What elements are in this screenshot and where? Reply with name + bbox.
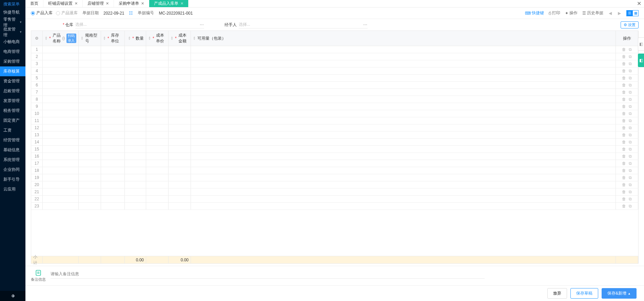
cell-spec[interactable] bbox=[79, 96, 101, 103]
save-draft-button[interactable]: 保存草稿 bbox=[570, 288, 598, 299]
cell-unit[interactable] bbox=[101, 139, 125, 145]
cell-qty[interactable] bbox=[125, 117, 146, 124]
cell-available[interactable] bbox=[191, 160, 616, 167]
copy-icon[interactable]: ⧉ bbox=[629, 97, 632, 102]
sidebar-item[interactable]: 小畅电商 bbox=[0, 37, 25, 47]
date-value[interactable]: 2022-09-21 bbox=[103, 11, 124, 16]
cell-available[interactable] bbox=[191, 82, 616, 88]
cell-qty[interactable] bbox=[125, 139, 146, 145]
sidebar-item[interactable]: 系统管理 bbox=[0, 155, 25, 165]
ellipsis-icon[interactable]: ⋯ bbox=[200, 22, 204, 27]
cell-spec[interactable] bbox=[79, 146, 101, 153]
delete-icon[interactable]: 🗑 bbox=[622, 111, 626, 116]
cell-available[interactable] bbox=[191, 103, 616, 110]
cell-available[interactable] bbox=[191, 196, 616, 202]
cell-amount[interactable] bbox=[169, 167, 191, 174]
cell-spec[interactable] bbox=[79, 139, 101, 145]
remark-input[interactable] bbox=[51, 269, 485, 279]
cell-name[interactable] bbox=[43, 139, 79, 145]
cell-price[interactable] bbox=[146, 196, 169, 202]
cell-amount[interactable] bbox=[169, 89, 191, 96]
cell-qty[interactable] bbox=[125, 60, 146, 67]
cell-available[interactable] bbox=[191, 167, 616, 174]
cell-qty[interactable] bbox=[125, 181, 146, 188]
cell-qty[interactable] bbox=[125, 153, 146, 160]
delete-icon[interactable]: 🗑 bbox=[622, 54, 626, 59]
delete-icon[interactable]: 🗑 bbox=[622, 154, 626, 159]
cell-unit[interactable] bbox=[101, 196, 125, 202]
cell-spec[interactable] bbox=[79, 67, 101, 74]
close-icon[interactable]: ✕ bbox=[75, 1, 78, 6]
delete-icon[interactable]: 🗑 bbox=[622, 133, 626, 137]
col-product-name[interactable]: ▲▼*产品名称?扫码录入 bbox=[43, 31, 79, 46]
cell-unit[interactable] bbox=[101, 181, 125, 188]
cell-available[interactable] bbox=[191, 89, 616, 96]
table-row[interactable]: 16🗑⧉ bbox=[31, 153, 638, 160]
cell-qty[interactable] bbox=[125, 188, 146, 195]
cell-price[interactable] bbox=[146, 82, 169, 88]
grid-settings-button[interactable]: ⚙设置 bbox=[621, 21, 639, 28]
cell-name[interactable] bbox=[43, 174, 79, 181]
cell-unit[interactable] bbox=[101, 110, 125, 117]
cell-price[interactable] bbox=[146, 203, 169, 209]
cell-amount[interactable] bbox=[169, 103, 191, 110]
cell-amount[interactable] bbox=[169, 174, 191, 181]
sidebar-item[interactable]: 基础信息 bbox=[0, 145, 25, 155]
cell-amount[interactable] bbox=[169, 67, 191, 74]
cell-unit[interactable] bbox=[101, 96, 125, 103]
cell-name[interactable] bbox=[43, 196, 79, 202]
close-icon[interactable]: ✕ bbox=[180, 1, 183, 6]
tab[interactable]: 首页 bbox=[25, 0, 43, 7]
delete-icon[interactable]: 🗑 bbox=[622, 97, 626, 102]
cell-name[interactable] bbox=[43, 103, 79, 110]
cell-qty[interactable] bbox=[125, 46, 146, 53]
table-row[interactable]: 1🗑⧉ bbox=[31, 46, 638, 53]
table-row[interactable]: 22🗑⧉ bbox=[31, 196, 638, 203]
cell-name[interactable] bbox=[43, 167, 79, 174]
table-row[interactable]: 15🗑⧉ bbox=[31, 146, 638, 153]
tab[interactable]: 店铺管理✕ bbox=[83, 0, 114, 7]
copy-icon[interactable]: ⧉ bbox=[629, 61, 632, 66]
col-spec[interactable]: ▲▼规格型号 bbox=[79, 31, 101, 46]
copy-icon[interactable]: ⧉ bbox=[629, 140, 632, 144]
copy-icon[interactable]: ⧉ bbox=[629, 47, 632, 52]
cell-amount[interactable] bbox=[169, 203, 191, 209]
cell-name[interactable] bbox=[43, 188, 79, 195]
cell-name[interactable] bbox=[43, 124, 79, 131]
cell-spec[interactable] bbox=[79, 117, 101, 124]
table-row[interactable]: 18🗑⧉ bbox=[31, 167, 638, 174]
cell-available[interactable] bbox=[191, 188, 616, 195]
cell-qty[interactable] bbox=[125, 67, 146, 74]
cell-unit[interactable] bbox=[101, 132, 125, 138]
cell-unit[interactable] bbox=[101, 75, 125, 81]
col-available[interactable]: ▲▼可用量（包装） bbox=[191, 31, 616, 46]
delete-icon[interactable]: 🗑 bbox=[622, 83, 626, 87]
action-link[interactable]: ✦操作 bbox=[565, 10, 578, 16]
cell-available[interactable] bbox=[191, 181, 616, 188]
table-row[interactable]: 6🗑⧉ bbox=[31, 82, 638, 89]
delete-icon[interactable]: 🗑 bbox=[622, 161, 626, 166]
copy-icon[interactable]: ⧉ bbox=[629, 76, 632, 80]
cell-name[interactable] bbox=[43, 89, 79, 96]
sidebar-item[interactable]: 经营管理 bbox=[0, 135, 25, 145]
copy-icon[interactable]: ⧉ bbox=[629, 133, 632, 137]
tab[interactable]: 采购申请单✕ bbox=[114, 0, 149, 7]
cell-unit[interactable] bbox=[101, 89, 125, 96]
copy-icon[interactable]: ⧉ bbox=[629, 68, 632, 73]
cell-spec[interactable] bbox=[79, 153, 101, 160]
cell-price[interactable] bbox=[146, 181, 169, 188]
cell-qty[interactable] bbox=[125, 132, 146, 138]
cell-name[interactable] bbox=[43, 67, 79, 74]
cell-name[interactable] bbox=[43, 153, 79, 160]
close-icon[interactable]: ✕ bbox=[106, 1, 109, 6]
table-row[interactable]: 7🗑⧉ bbox=[31, 89, 638, 96]
cell-price[interactable] bbox=[146, 146, 169, 153]
sidebar-item[interactable]: 发票管理 bbox=[0, 96, 25, 106]
sidebar-item[interactable]: 工资 bbox=[0, 125, 25, 135]
cell-price[interactable] bbox=[146, 96, 169, 103]
radio-product-return[interactable]: 产品退库 bbox=[56, 10, 78, 16]
col-qty[interactable]: ▲▼*数量 bbox=[125, 31, 146, 46]
cell-amount[interactable] bbox=[169, 96, 191, 103]
table-row[interactable]: 8🗑⧉ bbox=[31, 96, 638, 103]
cell-amount[interactable] bbox=[169, 110, 191, 117]
